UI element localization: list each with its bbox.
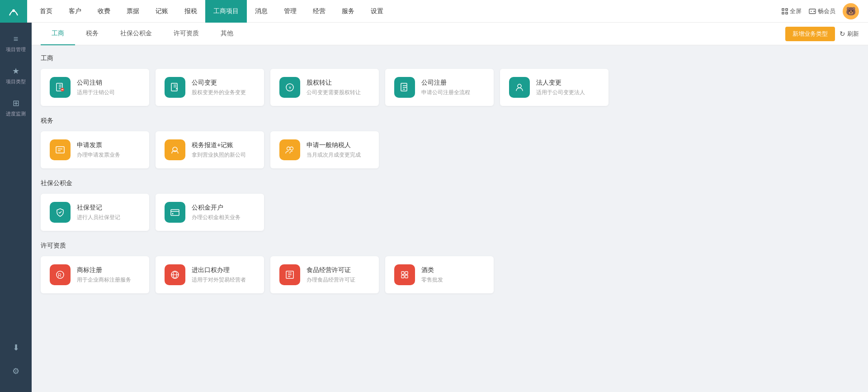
fullscreen-btn[interactable]: 全屏 xyxy=(782,7,802,15)
card-股权转让[interactable]: ￥股权转让公司变更需要股权转让 xyxy=(270,69,379,106)
card-info: 进出口权办理适用于对外贸易经营者 xyxy=(192,266,246,284)
sidebar-bottom-download[interactable]: ⬇ xyxy=(0,336,32,359)
card-title: 公积金开户 xyxy=(192,204,241,212)
top-nav: 首页客户收费票据记账报税工商项目消息管理经营服务设置 全屏 畅会员 🐻 xyxy=(0,0,868,23)
section-title: 工商 xyxy=(41,54,859,62)
card-desc: 公司变更需要股权转让 xyxy=(307,89,361,96)
card-公司注销[interactable]: 公司注销适用于注销公司 xyxy=(41,69,149,106)
sidebar-item-进度监测[interactable]: ⊞进度监测 xyxy=(0,91,32,124)
sidebar-icon: ⊞ xyxy=(10,98,21,109)
card-title: 公司注册 xyxy=(421,79,470,87)
card-desc: 办理食品经营许可证 xyxy=(307,276,355,284)
card-申请发票[interactable]: 申请发票办理申请发票业务 xyxy=(41,131,149,168)
card-title: 公司变更 xyxy=(192,79,246,87)
new-type-button[interactable]: 新增业务类型 xyxy=(785,27,835,41)
section-title: 许可资质 xyxy=(41,242,859,250)
tabs-container: 工商税务社保公积金许可资质其他 xyxy=(41,23,244,45)
nav-item-报税[interactable]: 报税 xyxy=(176,0,205,23)
tab-税务[interactable]: 税务 xyxy=(75,23,109,45)
card-法人变更[interactable]: 法人变更适用于公司变更法人 xyxy=(500,69,609,106)
nav-item-管理[interactable]: 管理 xyxy=(276,0,305,23)
nav-item-经营[interactable]: 经营 xyxy=(305,0,334,23)
card-desc: 股权变更外的业务变更 xyxy=(192,89,246,96)
sidebar-item-项目类型[interactable]: ★项目类型 xyxy=(0,59,32,91)
tab-其他[interactable]: 其他 xyxy=(210,23,244,45)
section-title: 税务 xyxy=(41,117,859,125)
card-desc: 办理申请发票业务 xyxy=(77,151,120,159)
card-info: 申请一般纳税人当月或次月成变更完成 xyxy=(307,141,361,159)
svg-point-16 xyxy=(287,147,290,150)
card-info: 股权转让公司变更需要股权转让 xyxy=(307,79,361,96)
nav-item-消息[interactable]: 消息 xyxy=(247,0,276,23)
card-desc: 适用于对外贸易经营者 xyxy=(192,276,246,284)
sidebar-bottom-icon: ⚙ xyxy=(10,366,21,377)
card-icon xyxy=(50,77,71,98)
card-info: 税务报道+记账拿到营业执照的新公司 xyxy=(192,141,246,159)
card-icon xyxy=(279,264,300,285)
card-酒类[interactable]: 酒类零售批发 xyxy=(385,256,494,293)
svg-rect-18 xyxy=(171,210,179,215)
svg-rect-27 xyxy=(405,275,408,278)
card-title: 酒类 xyxy=(421,266,443,274)
card-desc: 当月或次月成变更完成 xyxy=(307,151,361,159)
cards-grid: 公司注销适用于注销公司公司变更股权变更外的业务变更￥股权转让公司变更需要股权转让… xyxy=(41,69,859,106)
nav-item-工商项目[interactable]: 工商项目 xyxy=(205,0,247,23)
card-icon xyxy=(165,264,185,285)
card-公司变更[interactable]: 公司变更股权变更外的业务变更 xyxy=(156,69,264,106)
card-icon xyxy=(394,264,415,285)
card-info: 公司注销适用于注销公司 xyxy=(77,79,115,96)
svg-text:R: R xyxy=(58,272,61,278)
card-icon: R xyxy=(50,264,71,285)
card-icon xyxy=(509,77,530,98)
svg-text:￥: ￥ xyxy=(288,86,292,90)
card-desc: 用于企业商标注册服务 xyxy=(77,276,131,284)
svg-rect-2 xyxy=(786,9,788,10)
card-icon: ￥ xyxy=(279,77,300,98)
sidebar-bottom-settings[interactable]: ⚙ xyxy=(0,359,32,383)
nav-item-客户[interactable]: 客户 xyxy=(61,0,90,23)
card-公司注册[interactable]: 公司注册申请公司注册全流程 xyxy=(385,69,494,106)
nav-item-设置[interactable]: 设置 xyxy=(363,0,392,23)
card-title: 社保登记 xyxy=(77,204,120,212)
card-desc: 零售批发 xyxy=(421,276,443,284)
card-icon xyxy=(394,77,415,98)
cards-grid: 申请发票办理申请发票业务税务报道+记账拿到营业执照的新公司申请一般纳税人当月或次… xyxy=(41,131,859,168)
nav-item-服务[interactable]: 服务 xyxy=(334,0,363,23)
tab-工商[interactable]: 工商 xyxy=(41,23,75,45)
card-社保登记[interactable]: 社保登记进行人员社保登记 xyxy=(41,194,149,231)
tabs-header: 工商税务社保公积金许可资质其他 新增业务类型 ↻ 刷新 xyxy=(32,23,868,45)
card-desc: 适用于公司变更法人 xyxy=(536,89,585,96)
card-申请一般纳税人[interactable]: 申请一般纳税人当月或次月成变更完成 xyxy=(270,131,379,168)
sidebar: ≡项目管理★项目类型⊞进度监测⬇⚙ xyxy=(0,23,32,392)
scroll-content[interactable]: 工商公司注销适用于注销公司公司变更股权变更外的业务变更￥股权转让公司变更需要股权… xyxy=(32,45,868,392)
tab-社保公积金[interactable]: 社保公积金 xyxy=(109,23,163,45)
tab-许可资质[interactable]: 许可资质 xyxy=(163,23,210,45)
card-icon xyxy=(165,139,185,160)
card-食品经营许可证[interactable]: 食品经营许可证办理食品经营许可证 xyxy=(270,256,379,293)
refresh-button[interactable]: ↻ 刷新 xyxy=(840,30,859,38)
main-layout: ≡项目管理★项目类型⊞进度监测⬇⚙ 工商税务社保公积金许可资质其他 新增业务类型… xyxy=(0,23,868,392)
member-btn[interactable]: 畅会员 xyxy=(809,7,835,15)
card-desc: 适用于注销公司 xyxy=(77,89,115,96)
svg-rect-24 xyxy=(401,272,404,274)
card-商标注册[interactable]: R商标注册用于企业商标注册服务 xyxy=(41,256,149,293)
card-info: 法人变更适用于公司变更法人 xyxy=(536,79,585,96)
nav-item-记账[interactable]: 记账 xyxy=(147,0,176,23)
nav-item-票据[interactable]: 票据 xyxy=(118,0,147,23)
card-公积金开户[interactable]: 公积金开户办理公积金相关业务 xyxy=(156,194,264,231)
svg-point-13 xyxy=(518,84,521,88)
card-info: 公司注册申请公司注册全流程 xyxy=(421,79,470,96)
svg-point-0 xyxy=(12,9,15,12)
nav-item-收费[interactable]: 收费 xyxy=(90,0,118,23)
svg-rect-14 xyxy=(56,147,64,153)
sidebar-item-项目管理[interactable]: ≡项目管理 xyxy=(0,27,32,59)
nav-item-首页[interactable]: 首页 xyxy=(32,0,61,23)
card-进出口权办理[interactable]: 进出口权办理适用于对外贸易经营者 xyxy=(156,256,264,293)
card-title: 公司注销 xyxy=(77,79,115,87)
card-title: 商标注册 xyxy=(77,266,131,274)
card-icon xyxy=(50,202,71,223)
card-税务报道+记账[interactable]: 税务报道+记账拿到营业执照的新公司 xyxy=(156,131,264,168)
section-许可资质: 许可资质R商标注册用于企业商标注册服务进出口权办理适用于对外贸易经营者食品经营许… xyxy=(41,242,859,293)
card-title: 申请一般纳税人 xyxy=(307,141,361,149)
tabs-right: 新增业务类型 ↻ 刷新 xyxy=(785,27,859,41)
